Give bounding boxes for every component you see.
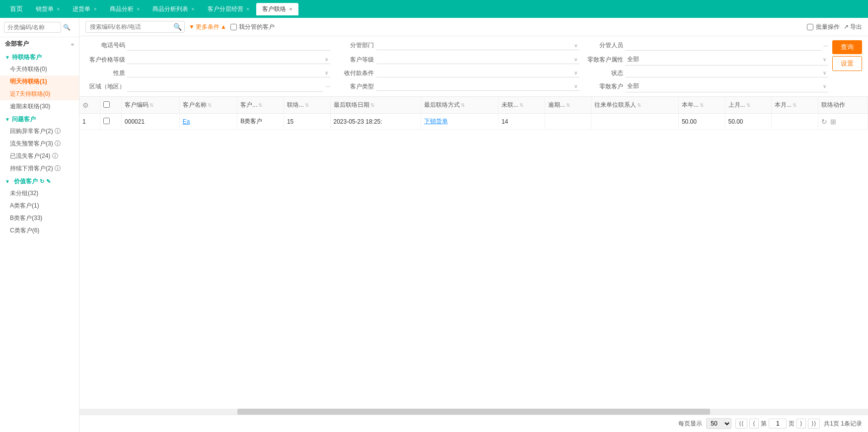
sidebar-item-week7[interactable]: 近7天待联络(0) [0, 88, 79, 100]
filter-select-retail-customer[interactable]: 全部 ∨ [625, 80, 828, 92]
horizontal-scrollbar[interactable] [79, 409, 868, 415]
more-icon[interactable]: ··· [823, 42, 828, 49]
row-checkbox[interactable] [103, 118, 110, 124]
sidebar-group-pending-contact[interactable]: ▼ 待联络客户 [0, 51, 79, 63]
nav-home[interactable]: 首页 [4, 2, 29, 15]
sort-icon[interactable]: ⇅ [258, 102, 262, 108]
sort-icon[interactable]: ⇅ [149, 102, 153, 108]
query-button[interactable]: 查询 [832, 40, 862, 54]
filter-row-4: 区域（地区） ··· 客户类型 ∨ 零散客户 [85, 80, 828, 92]
refresh-icon[interactable]: ↻ [40, 178, 44, 185]
last-page-button[interactable]: ⟩⟩ [808, 419, 820, 429]
first-page-button[interactable]: ⟨⟨ [735, 419, 747, 429]
my-customers-filter[interactable]: 我分管的客户 [230, 23, 275, 31]
sort-icon[interactable]: ⇅ [305, 102, 309, 108]
filter-search-input[interactable] [85, 21, 185, 33]
filter-input-region[interactable] [127, 81, 323, 92]
close-icon[interactable]: × [191, 6, 194, 12]
sort-icon[interactable]: ⇅ [746, 102, 750, 108]
cell-no-contact: 14 [498, 114, 545, 130]
cell-customer-code: 000021 [122, 114, 180, 130]
sidebar-item-overdue[interactable]: 逾期未联络(30) [0, 100, 79, 113]
filter-input-person[interactable] [625, 40, 821, 51]
sidebar-all-customers[interactable]: 全部客户 « [0, 37, 79, 51]
sidebar-item-unclassified[interactable]: 未分组(32) [0, 187, 79, 200]
search-icon[interactable]: 🔍 [63, 24, 71, 31]
nav-tab-purchase[interactable]: 进货单 × [67, 3, 102, 15]
col-partner-contact: 往来单位联系人⇅ [591, 97, 679, 114]
filter-select-customer-level[interactable]: ∨ [376, 55, 579, 64]
nav-tab-customer-segment[interactable]: 客户分层经营 × [202, 3, 255, 15]
sidebar-item-loss-risk[interactable]: 流失预警客户(3) ⓘ [0, 138, 79, 150]
sort-icon[interactable]: ⇅ [700, 102, 704, 108]
close-icon[interactable]: × [289, 6, 292, 12]
sort-icon[interactable]: ⇅ [637, 102, 641, 108]
close-icon[interactable]: × [93, 6, 96, 12]
sort-icon[interactable]: ⇅ [793, 102, 796, 108]
batch-op-checkbox[interactable] [807, 24, 813, 30]
data-table: ⚙ 客户编码⇅ 客户名称⇅ 客户...⇅ 联络...⇅ 最后联络日期⇅ 最后联络… [79, 97, 868, 130]
filter-select-retail-attr[interactable]: 全部 ∨ [625, 54, 828, 66]
nav-tab-customer-contact[interactable]: 客户联络 × [256, 3, 298, 15]
filter-input-phone[interactable] [127, 40, 330, 51]
set-button[interactable]: 设置 [832, 56, 862, 71]
filter-select-nature[interactable]: ∨ [127, 69, 330, 77]
sidebar-item-tomorrow[interactable]: 明天待联络(1) [0, 75, 79, 88]
sort-icon[interactable]: ⇅ [370, 102, 374, 108]
col-customer-name: 客户名称⇅ [179, 97, 237, 114]
grid-settings-icon[interactable]: ⚙ [82, 101, 89, 109]
sidebar-item-class-b[interactable]: B类客户(33) [0, 212, 79, 224]
sort-icon[interactable]: ⇅ [208, 102, 212, 108]
sidebar-item-today[interactable]: 今天待联络(0) [0, 63, 79, 75]
last-contact-method-link[interactable]: 下销货单 [424, 118, 448, 125]
chevron-down-icon: ∨ [823, 83, 826, 89]
nav-tab-goods-analysis[interactable]: 商品分析 × [104, 3, 145, 15]
sort-icon[interactable]: ⇅ [461, 102, 465, 108]
nav-tab-sales[interactable]: 销货单 × [30, 3, 66, 15]
filter-select-dept[interactable]: ∨ [376, 41, 579, 50]
close-icon[interactable]: × [246, 6, 249, 12]
filter-select-price-level[interactable]: ∨ [127, 55, 330, 64]
more-conditions-button[interactable]: ▼ 更多条件 ▲ [189, 23, 226, 31]
batch-op-button[interactable]: 批量操作 [807, 23, 840, 31]
sidebar-group-value-customers[interactable]: ▼ 价值客户 ↻ ✎ [0, 175, 79, 187]
more-icon[interactable]: ··· [325, 83, 330, 90]
close-icon[interactable]: × [137, 6, 140, 12]
sidebar-item-class-c[interactable]: C类客户(6) [0, 224, 79, 237]
sort-icon[interactable]: ⇅ [566, 102, 570, 108]
col-last-contact-method: 最后联络方式⇅ [421, 97, 498, 114]
prev-page-button[interactable]: ⟨ [749, 419, 759, 429]
per-page-select[interactable]: 50 100 200 [706, 418, 731, 429]
export-button[interactable]: ↗ 导出 [844, 23, 862, 31]
edit-icon[interactable]: ✎ [46, 178, 51, 185]
filter-search-button[interactable]: 🔍 [173, 23, 182, 31]
filter-select-status[interactable]: ∨ [625, 69, 828, 77]
export-icon: ↗ [844, 23, 849, 30]
select-all-checkbox[interactable] [103, 101, 110, 108]
grid-action-icon[interactable]: ⊞ [830, 118, 836, 126]
sidebar-search-input[interactable] [4, 22, 61, 33]
close-icon[interactable]: × [57, 6, 60, 12]
my-customers-checkbox[interactable] [230, 24, 237, 30]
scrollbar-thumb[interactable] [237, 409, 711, 415]
sidebar-item-continuous-decrease[interactable]: 持续下滑客户(2) ⓘ [0, 162, 79, 175]
cell-customer-type: B类客户 [237, 114, 284, 130]
chevron-down-icon: ∨ [574, 83, 578, 89]
filter-label-region: 区域（地区） [85, 82, 125, 91]
refresh-action-icon[interactable]: ↻ [821, 118, 827, 126]
filter-select-payment[interactable]: ∨ [376, 69, 579, 77]
sidebar-item-repurchase-abnormal[interactable]: 回购异常客户(2) ⓘ [0, 125, 79, 138]
sort-icon[interactable]: ⇅ [519, 102, 523, 108]
sidebar-group-problem-customers[interactable]: ▼ 问题客户 [0, 113, 79, 125]
next-page-button[interactable]: ⟩ [796, 419, 806, 429]
filter-label-price-level: 客户价格等级 [85, 56, 125, 64]
nav-tab-goods-analysis-list[interactable]: 商品分析列表 × [146, 3, 200, 15]
filter-cell-phone: 电话号码 [85, 40, 330, 51]
col-settings[interactable]: ⚙ [79, 97, 100, 114]
sidebar-item-lost[interactable]: 已流失客户(24) ⓘ [0, 150, 79, 162]
customer-name-link[interactable]: Ea [183, 118, 190, 125]
filter-bar: 🔍 ▼ 更多条件 ▲ 我分管的客户 批量操作 ↗ 导出 [79, 18, 868, 36]
sidebar-item-class-a[interactable]: A类客户(1) [0, 200, 79, 212]
filter-select-customer-type[interactable]: ∨ [376, 82, 579, 91]
page-number-input[interactable] [769, 419, 787, 429]
